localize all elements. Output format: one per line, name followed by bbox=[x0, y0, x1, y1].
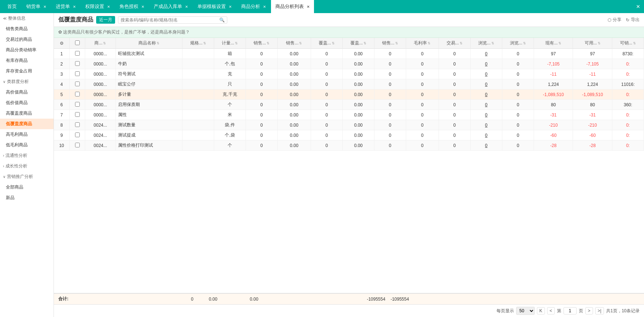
col-browse2[interactable]: 浏览...⇅ bbox=[502, 38, 534, 49]
nav-tab-analysis[interactable]: 商品分析 ✕ bbox=[237, 0, 270, 13]
sidebar-item-in-stock[interactable]: 有库存商品 bbox=[0, 55, 54, 66]
nav-tab-analysis-close[interactable]: ✕ bbox=[263, 5, 266, 9]
browse-link[interactable]: 0 bbox=[485, 112, 488, 118]
col-cover1[interactable]: 覆盖...⇅ bbox=[311, 38, 342, 49]
browse-link[interactable]: 0 bbox=[485, 102, 488, 107]
col-spec[interactable]: 规格...⇅ bbox=[182, 38, 214, 49]
sidebar-item-low-coverage[interactable]: 低覆盖度商品 bbox=[0, 119, 54, 129]
row-checkbox-cell[interactable] bbox=[70, 90, 85, 100]
page-number-input[interactable] bbox=[564, 307, 577, 314]
col-available-stock[interactable]: 可用...⇅ bbox=[573, 38, 612, 49]
row-checkbox[interactable] bbox=[75, 143, 80, 147]
sidebar-item-sales-goods[interactable]: 销售类商品 bbox=[0, 24, 54, 34]
browse-link[interactable]: 0 bbox=[485, 72, 488, 77]
sidebar-item-all-goods[interactable]: 全部商品 bbox=[0, 182, 54, 193]
search-input[interactable] bbox=[121, 17, 218, 23]
col-sales-qty[interactable]: 销售...⇅ bbox=[246, 38, 278, 49]
row-checkbox-cell[interactable] bbox=[70, 79, 85, 90]
nav-tab-permission[interactable]: 权限设置 ✕ bbox=[81, 0, 114, 13]
col-current-stock[interactable]: 现有...⇅ bbox=[534, 38, 573, 49]
col-trans[interactable]: 交易...⇅ bbox=[439, 38, 470, 49]
nav-tab-role-close[interactable]: ✕ bbox=[141, 5, 144, 9]
col-checkbox[interactable] bbox=[70, 38, 85, 49]
row-checkbox[interactable] bbox=[75, 92, 80, 96]
browse-link[interactable]: 0 bbox=[485, 143, 488, 148]
col-sales-amt[interactable]: 销售...⇅ bbox=[278, 38, 311, 49]
next-page-button[interactable]: > bbox=[585, 307, 593, 314]
nav-tab-product-close[interactable]: ✕ bbox=[185, 5, 188, 9]
col-settings[interactable]: ⚙ bbox=[54, 38, 70, 49]
sidebar-item-high-coverage[interactable]: 高覆盖度商品 bbox=[0, 108, 54, 119]
row-checkbox-cell[interactable] bbox=[70, 59, 85, 69]
row-browse1[interactable]: 0 bbox=[470, 90, 502, 100]
nav-tab-purchase[interactable]: 进货单 ✕ bbox=[51, 0, 80, 13]
row-checkbox[interactable] bbox=[75, 132, 80, 137]
nav-tab-sales[interactable]: 销货单 ✕ bbox=[22, 0, 51, 13]
share-button[interactable]: ⬡ 分享 bbox=[608, 17, 621, 23]
sidebar-item-high-value[interactable]: 高价值商品 bbox=[0, 87, 54, 98]
nav-tab-analysis-list[interactable]: 商品分析列表 ✕ bbox=[271, 0, 314, 13]
search-icon[interactable]: 🔍 bbox=[219, 17, 225, 23]
col-sales3[interactable]: 销售...⇅ bbox=[374, 38, 406, 49]
nav-tab-purchase-close[interactable]: ✕ bbox=[73, 5, 76, 9]
export-button[interactable]: ↻ 导出 bbox=[626, 17, 640, 23]
row-checkbox-cell[interactable] bbox=[70, 110, 85, 120]
col-name[interactable]: 商品名称⇅ bbox=[115, 38, 182, 49]
row-checkbox[interactable] bbox=[75, 61, 80, 66]
browse-link[interactable]: 0 bbox=[485, 133, 488, 138]
col-unit[interactable]: 计量...⇅ bbox=[214, 38, 246, 49]
row-checkbox-cell[interactable] bbox=[70, 49, 85, 59]
row-browse1[interactable]: 0 bbox=[470, 100, 502, 110]
browse-link[interactable]: 0 bbox=[485, 92, 488, 97]
nav-tab-role[interactable]: 角色授权 ✕ bbox=[115, 0, 149, 13]
row-checkbox[interactable] bbox=[75, 102, 80, 107]
row-checkbox-cell[interactable] bbox=[70, 140, 85, 151]
col-saleable[interactable]: 可销...⇅ bbox=[612, 38, 644, 49]
sidebar-item-low-profit[interactable]: 低毛利商品 bbox=[0, 140, 54, 150]
col-cover2[interactable]: 覆盖...⇅ bbox=[342, 38, 374, 49]
sidebar-item-traded-goods[interactable]: 交易过的商品 bbox=[0, 34, 54, 45]
sidebar-section-growth[interactable]: › 成长性分析 bbox=[0, 161, 54, 171]
row-checkbox[interactable] bbox=[75, 122, 80, 127]
sidebar-item-high-profit[interactable]: 高毛利商品 bbox=[0, 129, 54, 140]
nav-tab-template-close[interactable]: ✕ bbox=[229, 5, 232, 9]
sidebar-section-cluster[interactable]: ∨ 类群度分析 bbox=[0, 76, 54, 87]
sidebar-item-category-rate[interactable]: 商品分类动销率 bbox=[0, 45, 54, 55]
col-code[interactable]: 商...⇅ bbox=[85, 38, 115, 49]
nav-tab-permission-close[interactable]: ✕ bbox=[107, 5, 110, 9]
sidebar-item-stock-capital[interactable]: 库存资金占用 bbox=[0, 66, 54, 76]
row-browse1[interactable]: 0 bbox=[470, 49, 502, 59]
row-checkbox[interactable] bbox=[75, 112, 80, 117]
nav-tab-analysis-list-close[interactable]: ✕ bbox=[307, 5, 310, 9]
time-filter-button[interactable]: 近一月 bbox=[96, 16, 115, 24]
nav-tab-template[interactable]: 单据模板设置 ✕ bbox=[193, 0, 236, 13]
nav-tab-product[interactable]: 产成品入库单 ✕ bbox=[149, 0, 192, 13]
row-checkbox-cell[interactable] bbox=[70, 69, 85, 79]
row-browse1[interactable]: 0 bbox=[470, 79, 502, 90]
sidebar-section-overall[interactable]: ≪ 整体信息 bbox=[0, 13, 54, 24]
col-browse1[interactable]: 浏览...⇅ bbox=[470, 38, 502, 49]
per-page-select[interactable]: 50 20 100 bbox=[516, 307, 535, 315]
row-checkbox-cell[interactable] bbox=[70, 130, 85, 140]
row-browse1[interactable]: 0 bbox=[470, 140, 502, 151]
prev-page-button[interactable]: < bbox=[547, 307, 555, 314]
row-checkbox[interactable] bbox=[75, 82, 80, 86]
row-checkbox[interactable] bbox=[75, 71, 80, 76]
sidebar-section-circulation[interactable]: › 流通性分析 bbox=[0, 150, 54, 161]
row-checkbox[interactable] bbox=[75, 51, 80, 56]
row-checkbox-cell[interactable] bbox=[70, 100, 85, 110]
first-page-button[interactable]: K bbox=[537, 307, 545, 314]
row-browse1[interactable]: 0 bbox=[470, 59, 502, 69]
close-all-button[interactable]: ✕ bbox=[636, 4, 640, 9]
sidebar-section-marketing[interactable]: ∨ 营销推广分析 bbox=[0, 171, 54, 182]
select-all-checkbox[interactable] bbox=[75, 40, 80, 45]
browse-link[interactable]: 0 bbox=[485, 82, 488, 87]
nav-tab-home[interactable]: 首页 bbox=[3, 0, 21, 13]
browse-link[interactable]: 0 bbox=[485, 123, 488, 128]
browse-link[interactable]: 0 bbox=[485, 51, 488, 56]
row-browse1[interactable]: 0 bbox=[470, 120, 502, 130]
row-browse1[interactable]: 0 bbox=[470, 130, 502, 140]
last-page-button[interactable]: >| bbox=[595, 307, 604, 314]
nav-tab-sales-close[interactable]: ✕ bbox=[43, 5, 46, 9]
sidebar-item-new-goods[interactable]: 新品 bbox=[0, 193, 54, 203]
